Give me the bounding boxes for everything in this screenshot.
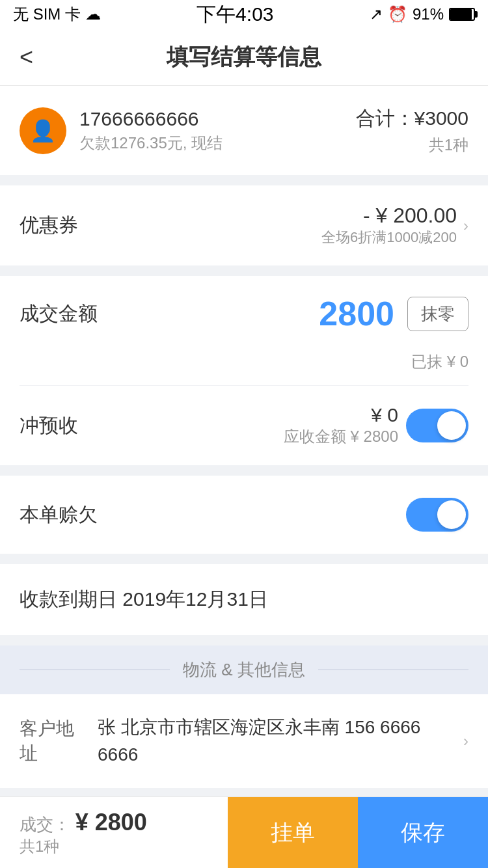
battery-percent: 91% bbox=[413, 5, 444, 23]
coupon-section: 优惠券 - ¥ 200.00 全场6折满1000减200 › bbox=[0, 185, 488, 265]
amount-label: 成交金额 bbox=[20, 301, 98, 327]
due-date-text: 收款到期日 2019年12月31日 bbox=[20, 588, 268, 610]
prepayment-toggle[interactable] bbox=[406, 409, 468, 442]
debt-label: 本单赊欠 bbox=[20, 502, 98, 528]
prepayment-sub: 应收金额 ¥ 2800 bbox=[284, 426, 398, 447]
customer-debt: 欠款1276.35元, 现结 bbox=[79, 133, 223, 154]
amount-sub-text: 已抹 ¥ 0 bbox=[0, 351, 488, 385]
nav-bar: < 填写结算等信息 bbox=[0, 29, 488, 86]
coupon-row[interactable]: 优惠券 - ¥ 200.00 全场6折满1000减200 › bbox=[0, 185, 488, 265]
address-value: 张 北京市市辖区海淀区永丰南 156 6666 6666 bbox=[98, 714, 450, 768]
status-right: ↗ ⏰ 91% bbox=[370, 5, 475, 23]
round-button[interactable]: 抹零 bbox=[407, 297, 468, 331]
coupon-label: 优惠券 bbox=[20, 212, 78, 239]
address-label: 客户地址 bbox=[20, 716, 85, 766]
debt-toggle[interactable] bbox=[406, 498, 468, 532]
sim-label: 无 SIM 卡 ☁ bbox=[13, 4, 101, 25]
back-button[interactable]: < bbox=[20, 44, 33, 71]
address-row[interactable]: 客户地址 张 北京市市辖区海淀区永丰南 156 6666 6666 › bbox=[0, 694, 488, 788]
status-time: 下午4:03 bbox=[197, 1, 273, 28]
due-date-section: 收款到期日 2019年12月31日 bbox=[0, 564, 488, 635]
page-title: 填写结算等信息 bbox=[167, 42, 321, 72]
prepayment-value: ¥ 0 bbox=[284, 404, 398, 426]
coupon-amount: - ¥ 200.00 bbox=[321, 204, 457, 228]
amount-section: 成交金额 2800 抹零 已抹 ¥ 0 冲预收 ¥ 0 应收金额 ¥ 2800 bbox=[0, 276, 488, 465]
address-chevron-icon: › bbox=[463, 732, 468, 750]
total-amount: 合计：¥3000 bbox=[356, 105, 468, 132]
customer-phone: 17666666666 bbox=[79, 108, 223, 130]
bottom-deal-label: 成交： bbox=[20, 815, 70, 834]
amount-value: 2800 bbox=[319, 294, 394, 333]
prepayment-label: 冲预收 bbox=[20, 413, 78, 439]
alarm-icon: ⏰ bbox=[388, 5, 407, 23]
direction-icon: ↗ bbox=[370, 5, 383, 23]
total-count: 共1种 bbox=[356, 135, 468, 156]
content: 👤 17666666666 欠款1276.35元, 现结 合计：¥3000 共1… bbox=[0, 86, 488, 868]
logistics-header: 物流 & 其他信息 bbox=[0, 645, 488, 694]
avatar: 👤 bbox=[20, 107, 66, 154]
coupon-chevron-icon: › bbox=[463, 217, 468, 235]
customer-card: 👤 17666666666 欠款1276.35元, 现结 合计：¥3000 共1… bbox=[0, 86, 488, 175]
battery-icon bbox=[449, 8, 475, 21]
save-button[interactable]: 保存 bbox=[358, 797, 488, 869]
hang-button[interactable]: 挂单 bbox=[228, 797, 358, 869]
status-bar: 无 SIM 卡 ☁ 下午4:03 ↗ ⏰ 91% bbox=[0, 0, 488, 29]
bottom-bar: 成交： ¥ 2800 共1种 挂单 保存 bbox=[0, 796, 488, 868]
bottom-amount: ¥ 2800 bbox=[75, 809, 147, 835]
bottom-count: 共1种 bbox=[20, 836, 208, 857]
status-left: 无 SIM 卡 ☁ bbox=[13, 4, 101, 25]
coupon-desc: 全场6折满1000减200 bbox=[321, 228, 457, 247]
prepayment-row: 冲预收 ¥ 0 应收金额 ¥ 2800 bbox=[0, 386, 488, 465]
debt-section: 本单赊欠 bbox=[0, 476, 488, 554]
avatar-icon: 👤 bbox=[30, 118, 56, 143]
logistics-label: 物流 & 其他信息 bbox=[183, 658, 305, 681]
